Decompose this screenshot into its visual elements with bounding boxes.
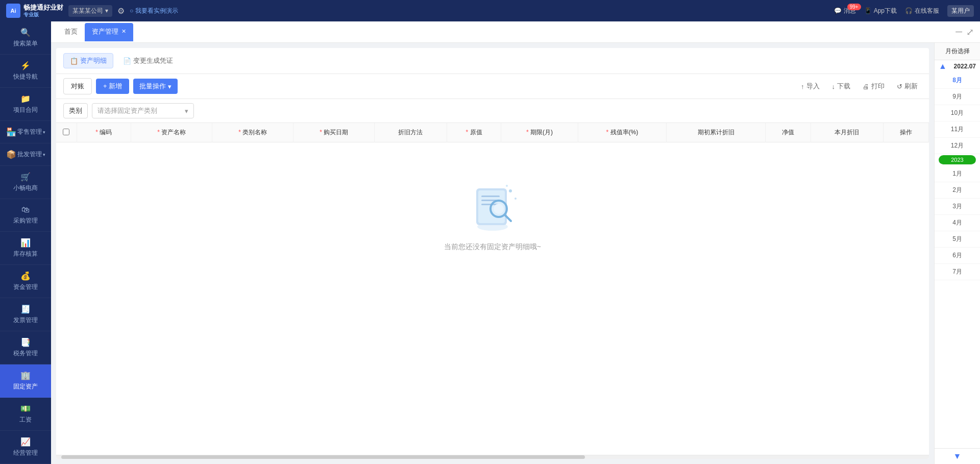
import-button[interactable]: ↑ 导入 (797, 79, 824, 93)
sidebar-item-quicknav[interactable]: ⚡ 快捷导航 (0, 55, 51, 88)
horizontal-scrollbar[interactable] (56, 455, 929, 459)
user-menu[interactable]: 某用户 (947, 5, 974, 17)
page-content: 📋 资产明细 📄 变更生成凭证 对账 + 新增 (51, 43, 980, 464)
sidebar-item-ecommerce[interactable]: 🛒 小畅电商 (0, 166, 51, 199)
sidebar-item-retail[interactable]: 🏪 零售管理 ▾ (0, 121, 51, 143)
content-area: 首页 资产管理 ✕ ─ ⤢ 📋 资产明细 (51, 21, 980, 464)
company-selector[interactable]: 某某某公司 ▾ (68, 5, 112, 17)
empty-text: 当前您还没有固定资产明细哦~ (444, 242, 541, 252)
salary-icon: 💵 (20, 404, 31, 413)
add-button[interactable]: + 新增 (96, 79, 129, 94)
sidebar-item-purchase[interactable]: 🛍 采购管理 (0, 199, 51, 232)
message-button[interactable]: 💬 消息 99+ (834, 7, 856, 15)
col-net-value: 净值 (765, 123, 811, 142)
sidebar: 🔍 搜索菜单 ⚡ 快捷导航 📁 项目合同 🏪 零售管理 ▾ 📦 批发管理 ▾ 🛒… (0, 21, 51, 464)
filter-bar: 类别 请选择固定资产类别 ▾ (56, 99, 929, 123)
finance-icon: 💰 (20, 271, 31, 281)
month-item-4[interactable]: 4月 (935, 215, 980, 231)
sidebar-item-salary[interactable]: 💵 工资 (0, 398, 51, 431)
col-accumulated-dep: 期初累计折旧 (667, 123, 766, 142)
panel-maximize-button[interactable]: ⤢ (966, 27, 974, 38)
demo-icon: ○ (130, 7, 133, 14)
month-nav-down-button[interactable]: ▼ (953, 452, 962, 461)
month-item-3[interactable]: 3月 (935, 199, 980, 215)
sub-tab-asset-detail[interactable]: 📋 资产明细 (63, 53, 113, 68)
scrollbar-thumb[interactable] (61, 455, 585, 459)
month-item-2[interactable]: 2月 (935, 182, 980, 199)
sidebar-item-project[interactable]: 📁 项目合同 (0, 88, 51, 121)
operations-icon: 📈 (20, 437, 31, 447)
month-item-8[interactable]: 8月 (935, 72, 980, 89)
tab-home[interactable]: 首页 (57, 23, 85, 41)
top-bar-right: 💬 消息 99+ 📱 App下载 🎧 在线客服 某用户 (834, 5, 974, 17)
sidebar-item-tax[interactable]: 📑 税务管理 (0, 331, 51, 364)
month-year-label: 2022.07 (954, 63, 976, 70)
app-brand: Ai 畅捷通好业财 专业版 (6, 4, 63, 18)
tax-icon: 📑 (20, 337, 31, 347)
month-item-10[interactable]: 10月 (935, 105, 980, 121)
change-voucher-icon: 📄 (123, 57, 131, 65)
message-badge: 99+ (847, 4, 861, 10)
arrow-icon: ▾ (43, 152, 45, 157)
month-list: 8月 9月 10月 11月 12月 2023 (935, 72, 980, 448)
print-button[interactable]: 🖨 打印 (859, 79, 889, 93)
svg-point-11 (506, 185, 508, 187)
month-picker-panel: 月份选择 ▲ 2022.07 8月 9月 10月 (934, 43, 980, 464)
top-bar: Ai 畅捷通好业财 专业版 某某某公司 ▾ ⚙ ○ 我要看实例演示 💬 消息 9… (0, 0, 980, 21)
category-input[interactable]: 请选择固定资产类别 ▾ (92, 103, 194, 118)
month-item-1[interactable]: 1月 (935, 166, 980, 182)
message-icon: 💬 (834, 7, 842, 14)
app-name: 畅捷通好业财 (23, 4, 63, 12)
headset-icon: 🎧 (905, 7, 913, 14)
panel-minimize-button[interactable]: ─ (955, 27, 962, 37)
sidebar-item-search[interactable]: 🔍 搜索菜单 (0, 21, 51, 55)
col-category: * 类别名称 (212, 123, 293, 142)
download-icon: 📱 (864, 7, 872, 14)
month-item-11[interactable]: 11月 (935, 121, 980, 138)
dropdown-arrow-icon: ▾ (185, 107, 188, 115)
col-monthly-dep: 本月折旧 (811, 123, 884, 142)
online-support-button[interactable]: 🎧 在线客服 (905, 7, 939, 15)
month-picker-header: 月份选择 (935, 43, 980, 60)
svg-point-10 (514, 198, 517, 200)
dropdown-icon: ▾ (105, 7, 108, 14)
demo-link[interactable]: ○ 我要看实例演示 (130, 7, 178, 15)
print-icon: 🖨 (863, 83, 869, 90)
category-select[interactable]: 类别 (63, 103, 88, 118)
month-nav-up-button[interactable]: ▲ (939, 62, 947, 70)
month-item-9[interactable]: 9月 (935, 89, 980, 105)
month-item-7[interactable]: 7月 (935, 264, 980, 280)
sub-tab-change-voucher[interactable]: 📄 变更生成凭证 (116, 53, 180, 68)
reconcile-button[interactable]: 对账 (63, 78, 92, 94)
select-all-checkbox[interactable] (63, 129, 69, 135)
tab-asset-management[interactable]: 资产管理 ✕ (85, 23, 133, 41)
download-button[interactable]: ↓ 下载 (828, 79, 855, 93)
main-panel: 📋 资产明细 📄 变更生成凭证 对账 + 新增 (56, 48, 929, 459)
svg-rect-3 (481, 196, 500, 197)
month-item-12[interactable]: 12月 (935, 138, 980, 154)
sidebar-item-invoice[interactable]: 🧾 发票管理 (0, 298, 51, 331)
company-name: 某某某公司 (72, 7, 103, 15)
settings-button[interactable]: ⚙ (117, 6, 125, 16)
batch-button[interactable]: 批量操作 ▾ (133, 79, 178, 94)
col-period-months: * 期限(月) (501, 123, 578, 142)
sidebar-item-inventory[interactable]: 📊 库存核算 (0, 232, 51, 265)
month-item-5[interactable]: 5月 (935, 231, 980, 248)
project-icon: 📁 (20, 94, 31, 104)
tab-close-icon[interactable]: ✕ (121, 28, 126, 35)
sidebar-item-operations[interactable]: 📈 经营管理 (0, 431, 51, 464)
retail-icon: 🏪 (6, 127, 16, 137)
year-2023-badge[interactable]: 2023 (939, 155, 976, 165)
asset-table: * 编码 * 资产名称 * 类别名称 (56, 123, 929, 282)
refresh-button[interactable]: ↺ 刷新 (893, 79, 922, 93)
col-residual-rate: * 残值率(%) (578, 123, 667, 142)
inventory-icon: 📊 (20, 238, 31, 248)
sidebar-item-finance[interactable]: 💰 资金管理 (0, 265, 51, 298)
app-download-button[interactable]: 📱 App下载 (864, 7, 897, 15)
col-original-value: * 原值 (447, 123, 501, 142)
month-item-6[interactable]: 6月 (935, 248, 980, 264)
sidebar-item-fixedasset[interactable]: 🏢 固定资产 (0, 364, 51, 398)
col-depreciation-method: 折旧方法 (375, 123, 447, 142)
col-purchase-date: * 购买日期 (293, 123, 375, 142)
sidebar-item-wholesale[interactable]: 📦 批发管理 ▾ (0, 143, 51, 166)
